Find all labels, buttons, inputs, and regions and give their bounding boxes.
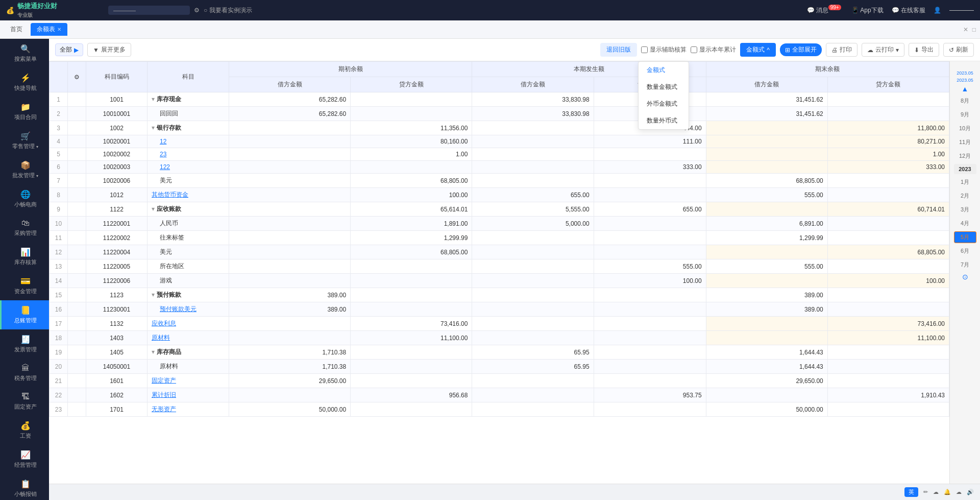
sidebar-item-ecommerce[interactable]: 🌐 小畅电商 [0,184,49,213]
cl-debit [706,161,827,174]
sidebar-item-shortcut[interactable]: ⚡ 快捷导航 [0,68,49,97]
month-9[interactable]: 9月 [954,109,976,121]
month-4[interactable]: 4月 [954,218,976,229]
filter-arrow[interactable]: ▶ [74,46,79,54]
cloud-save-icon[interactable]: ☁ [933,489,939,495]
auxiliary-checkbox[interactable] [641,46,648,53]
row-name[interactable]: 应收利息 [148,317,229,331]
row-settings [68,317,86,331]
wholesale-icon: 📦 [6,160,45,170]
month-2[interactable]: 2月 [954,190,976,202]
row-name[interactable]: 其他货币资金 [148,188,229,202]
row-name[interactable]: 累计折旧 [148,388,229,402]
online-service-btn[interactable]: 💬 在线客服 [892,6,925,15]
row-code: 14050001 [86,360,148,374]
cl-credit: 60,714.01 [827,202,949,217]
month-5[interactable]: 5月 [954,231,976,243]
cl-credit [827,402,949,417]
row-name[interactable]: 固定资产 [148,374,229,388]
sidebar-item-operations[interactable]: 📈 经营管理 [0,445,49,474]
period-to[interactable]: 2023.05 [957,78,973,83]
lang-toggle-btn[interactable]: 英 [904,487,918,497]
row-settings [68,274,86,288]
month-12[interactable]: 12月 [954,150,976,162]
show-auxiliary-check[interactable]: 显示辅助核算 [641,45,687,54]
demo-link[interactable]: ○ 我要看实例演示 [204,6,252,15]
month-1[interactable]: 1月 [954,176,976,188]
filter-tag[interactable]: 全部 ▶ [55,43,83,56]
month-10[interactable]: 10月 [954,123,976,134]
dropdown-item-amount[interactable]: 金额式 [639,62,689,79]
row-name[interactable]: 23 [148,148,229,161]
export-btn[interactable]: ⬇ 导出 [909,43,939,57]
cl-debit: 1,644.43 [706,345,827,360]
month-11[interactable]: 11月 [954,136,976,148]
expand-more-btn[interactable]: ▼ 展开更多 [87,43,131,57]
ytd-checkbox[interactable] [691,46,697,53]
month-3[interactable]: 3月 [954,204,976,216]
dropdown-item-qty-amount[interactable]: 数量金额式 [639,79,689,96]
cloud-print-btn[interactable]: ☁ 云打印 ▾ [862,43,904,57]
table-row: 1611230001预付账款美元389.00389.00 [50,302,949,317]
tab-balance[interactable]: 余额表 ✕ [31,23,67,36]
message-btn[interactable]: 💬 消息 99+ [807,6,843,15]
app-download-btn[interactable]: 📱 App下载 [851,6,884,15]
sidebar-item-wholesale[interactable]: 📦 批发管理 ▾ [0,155,49,184]
print-btn[interactable]: 🖨 打印 [826,43,857,57]
sidebar-item-inventory[interactable]: 📊 库存核算 [0,242,49,271]
month-6[interactable]: 6月 [954,245,976,257]
sidebar-item-capital[interactable]: 💳 资金管理 [0,271,49,300]
sidebar-item-payroll[interactable]: 💰 工资 [0,416,49,445]
settings-btn[interactable]: ⚙ [194,7,200,14]
row-number: 18 [50,331,68,345]
sidebar-item-project[interactable]: 📁 项目合同 [0,97,49,126]
row-name[interactable]: 原材料 [148,331,229,345]
sidebar-item-search[interactable]: 🔍 搜索菜单 [0,39,49,68]
row-number: 10 [50,217,68,231]
table-container[interactable]: ⚙ 科目编码 科目 期初余额 本期发生额 期末余额 借方金额 贷方金额 借方金额… [49,61,949,484]
toolbar-right: 退回旧版 显示辅助核算 显示本年累计 金额式 ^ ⊞ 全部展开 [600,43,974,57]
tab-minimize[interactable]: ✕ [963,26,968,33]
p-debit [472,148,594,161]
sync-icon[interactable]: ☁ [956,489,962,495]
sidebar-item-purchase[interactable]: 🛍 采购管理 [0,213,49,242]
dropdown-item-fx-amount[interactable]: 外币金额式 [639,96,689,112]
notification-icon[interactable]: 🔔 [944,489,951,495]
row-name[interactable]: 12 [148,135,229,148]
refresh-btn[interactable]: ↺ 刷新 [943,43,974,57]
period-up-btn[interactable]: ▲ [962,85,969,93]
sidebar-item-retail[interactable]: 🛒 零售管理 ▾ [0,126,49,155]
expand-all-btn[interactable]: ⊞ 全部展开 [780,43,822,56]
back-old-version-btn[interactable]: 退回旧版 [600,43,637,57]
period-down-btn[interactable]: ⊙ [962,273,968,281]
mode-btn[interactable]: 金额式 ^ [740,43,776,57]
tab-maximize[interactable]: □ [972,26,976,33]
sidebar-item-tax[interactable]: 🏛 税务管理 [0,359,49,387]
period-from[interactable]: 2023.05 [957,70,973,76]
sidebar-item-invoice[interactable]: 🧾 发票管理 [0,329,49,359]
cloud-icon: ☁ [867,46,873,54]
col-settings[interactable]: ⚙ [68,62,86,92]
dropdown-item-qty-fx[interactable]: 数量外币式 [639,112,689,129]
row-name[interactable]: 122 [148,161,229,174]
year-2023[interactable]: 2023 [954,164,976,174]
address-bar[interactable]: ———— [108,6,190,15]
row-name[interactable]: 无形资产 [148,402,229,417]
op-debit [229,188,351,202]
op-debit: 29,650.00 [229,374,351,388]
sidebar-item-fixed-assets[interactable]: 🏗 固定资产 [0,387,49,416]
expense-icon: 📋 [6,479,45,489]
sidebar-item-expense[interactable]: 📋 小畅报销 [0,474,49,500]
row-name[interactable]: 预付账款美元 [148,302,229,317]
tab-balance-close[interactable]: ✕ [57,27,61,32]
volume-icon[interactable]: 🔊 [967,489,974,495]
month-7[interactable]: 7月 [954,259,976,271]
user-avatar[interactable]: 👤 [934,7,941,14]
row-number: 23 [50,402,68,417]
month-8[interactable]: 8月 [954,95,976,107]
edit-icon[interactable]: ✏ [923,489,928,495]
sidebar-item-accounting[interactable]: 📒 总账管理 [0,300,49,329]
row-code: 10020001 [86,135,148,148]
show-ytd-check[interactable]: 显示本年累计 [691,45,736,54]
tab-home[interactable]: 首页 [4,23,29,36]
